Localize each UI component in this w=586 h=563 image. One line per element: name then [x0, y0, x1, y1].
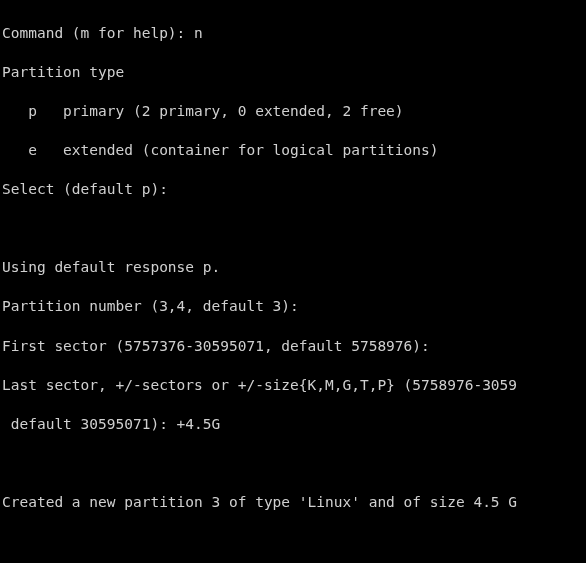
partition-number-prompt[interactable]: Partition number (3,4, default 3): [2, 297, 586, 317]
line: Using default response p. [2, 258, 586, 278]
first-sector-prompt[interactable]: First sector (5757376-30595071, default … [2, 337, 586, 357]
line: p primary (2 primary, 0 extended, 2 free… [2, 102, 586, 122]
line: Created a new partition 3 of type 'Linux… [2, 493, 586, 513]
terminal-output: Command (m for help): n Partition type p… [0, 0, 586, 563]
blank-line [2, 454, 586, 474]
cmd-prompt[interactable]: Command (m for help): n [2, 24, 586, 44]
line: e extended (container for logical partit… [2, 141, 586, 161]
select-prompt[interactable]: Select (default p): [2, 180, 586, 200]
blank-line [2, 219, 586, 239]
blank-line [2, 532, 586, 552]
last-sector-prompt-cont[interactable]: default 30595071): +4.5G [2, 415, 586, 435]
last-sector-prompt[interactable]: Last sector, +/-sectors or +/-size{K,M,G… [2, 376, 586, 396]
line: Partition type [2, 63, 586, 83]
